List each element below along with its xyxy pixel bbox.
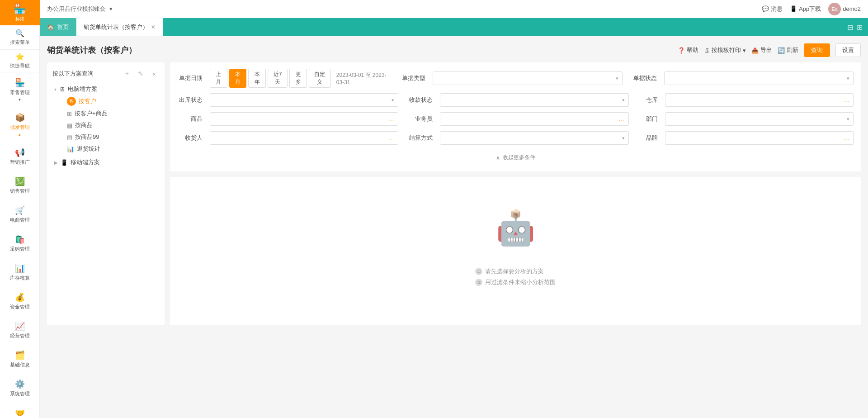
order-status-arrow: ▾ [847,76,849,81]
order-type-arrow: ▾ [616,76,618,81]
scheme-by-goods[interactable]: ▤ 按商品 [58,119,165,131]
collapse-panel-button[interactable]: « [149,69,159,79]
logo-icon: 🏪 [14,3,26,15]
receipt-status-select[interactable]: ▾ [440,93,628,107]
sidebar-item-marketing[interactable]: 📢 营销推广 [0,142,39,171]
brand-select[interactable]: … [665,131,854,145]
out-status-arrow: ▾ [392,97,394,103]
sidebar-logo[interactable]: 🏪 标搭 [0,0,40,25]
date-btn-this-month[interactable]: 本月 [229,69,247,88]
app-download-label: App下载 [799,5,821,13]
sidebar-item-wholesale[interactable]: 📦 批发管理 ▴ [0,107,39,142]
add-scheme-button[interactable]: ＋ [122,69,132,79]
sidebar-item-ecommerce[interactable]: 🛒 电商管理 [0,200,39,229]
collapse-filters-button[interactable]: ∧ 收起更多条件 [177,150,854,165]
date-btn-last-7-days[interactable]: 近7天 [268,69,288,88]
marketing-icon: 📢 [15,147,25,157]
tab-sales-stat[interactable]: 销货单统计表（按客户） ✕ [76,18,163,36]
staff-select[interactable]: … [440,112,628,126]
date-btn-last-month[interactable]: 上月 [210,69,227,88]
user-avatar: Ea [828,3,841,15]
avatar-text: Ea [832,6,838,12]
topbar-breadcrumb: 办公用品行业模拟账套 ▾ [47,5,113,13]
sidebar-item-purchase[interactable]: 🛍️ 采购管理 [0,229,39,258]
order-status-select[interactable]: ▾ [664,71,854,85]
sidebar-item-enterprise[interactable]: 🤝 企业协同 [0,403,39,418]
app-download-button[interactable]: 📱 App下载 [790,5,821,13]
sidebar: 🏪 标搭 🔍 搜索菜单 ⭐ 快捷导航 🏪 零售管理 ▾ 📦 批发管理 ▴ 📢 营… [0,0,40,418]
date-btn-custom[interactable]: 自定义 [309,69,331,88]
return-stat-label: 退货统计 [77,145,100,153]
by-g99-icon: ▤ [67,134,72,141]
settings-button[interactable]: 设置 [835,43,861,57]
sidebar-item-retail[interactable]: 🏪 零售管理 ▾ [0,72,39,107]
order-type-select[interactable]: ▾ [433,71,622,85]
sidebar-item-basic[interactable]: 🗂️ 基础信息 [0,345,39,374]
sales-label: 销售管理 [10,188,30,195]
sidebar-item-finance[interactable]: 💰 资金管理 [0,287,39,316]
date-filter: 上月 本月 本年 近7天 更多 自定义 2023-03-01 至 2023-03… [210,69,391,88]
tab-close-icon[interactable]: ✕ [151,24,156,30]
template-print-label: 按模板打印 [712,46,741,54]
basic-label: 基础信息 [10,361,30,368]
quick-nav-button[interactable]: ⭐ 快捷导航 [10,52,30,69]
help-button[interactable]: ❓ 帮助 [678,46,698,54]
return-icon: 📊 [67,146,74,152]
brand-dots[interactable]: … [843,134,849,142]
goods-label: 商品 [177,115,203,123]
scheme-by-goods-99[interactable]: ▤ 按商品99 [58,131,165,143]
filter-row-2: 出库状态 ▾ 收款状态 ▾ 仓库 … [177,93,854,107]
refresh-button[interactable]: 🔄 刷新 [778,46,798,54]
sidebar-item-stock[interactable]: 📊 库存核算 [0,258,39,287]
left-panel-title: 按以下方案查询 [52,70,94,78]
search-menu-button[interactable]: 🔍 搜索菜单 [10,29,30,46]
consignee-dots[interactable]: … [388,134,394,142]
scheme-by-customer-goods[interactable]: ⊞ 按客户+商品 [58,108,165,119]
main-area: 办公用品行业模拟账套 ▾ 💬 消息 📱 App下载 Ea demo2 🏠 首页 [40,0,868,418]
scheme-by-customer[interactable]: 客 按客户 [58,95,165,108]
purchase-icon: 🛍️ [15,234,25,244]
warehouse-label: 仓库 [636,96,658,104]
goods-select[interactable]: … [210,112,398,126]
goods-dots[interactable]: … [388,115,394,123]
dept-select[interactable]: ▾ [665,112,854,126]
staff-dots[interactable]: … [618,115,625,123]
sidebar-item-operation[interactable]: 📈 经营管理 [0,316,39,345]
phone-icon: 📱 [790,5,797,12]
warehouse-dots[interactable]: … [843,96,849,104]
purchase-label: 采购管理 [10,246,30,252]
edit-scheme-button[interactable]: ✎ [136,69,146,79]
wholesale-arrow: ▴ [19,132,21,137]
sidebar-item-sales[interactable]: 💹 销售管理 [0,171,39,200]
date-btn-this-year[interactable]: 本年 [248,69,266,88]
user-menu[interactable]: Ea demo2 [828,3,861,15]
left-panel: 按以下方案查询 ＋ ✎ « ▾ [47,62,165,325]
consignee-select[interactable]: … [210,131,398,145]
date-btn-more[interactable]: 更多 [289,69,307,88]
sidebar-item-system[interactable]: ⚙️ 系统管理 [0,374,39,403]
tab-home[interactable]: 🏠 首页 [40,18,76,36]
export-button[interactable]: 📤 导出 [751,46,772,54]
settlement-select[interactable]: ▾ [440,131,628,145]
mobile-section-toggle[interactable]: ▶ 📱 移动端方案 [47,157,165,168]
ecommerce-label: 电商管理 [10,217,30,223]
warehouse-select[interactable]: … [665,93,854,107]
breadcrumb-dropdown-icon[interactable]: ▾ [109,5,113,12]
tab-maximize-icon[interactable]: ⊞ [857,23,863,32]
out-status-label: 出库状态 [177,96,203,104]
tab-minimize-icon[interactable]: ⊟ [847,23,853,32]
query-button[interactable]: 查询 [804,43,830,57]
content-row: 按以下方案查询 ＋ ✎ « ▾ [47,62,861,325]
scheme-return-stat[interactable]: 📊 退货统计 [58,143,165,155]
staff-label: 业务员 [406,115,433,123]
by-goods-99-label: 按商品99 [75,133,99,141]
topbar: 办公用品行业模拟账套 ▾ 💬 消息 📱 App下载 Ea demo2 [40,0,868,18]
message-button[interactable]: 💬 消息 [762,5,783,13]
dept-arrow: ▾ [847,116,849,122]
desktop-section-toggle[interactable]: ▾ 🖥 电脑端方案 [47,83,165,95]
out-status-select[interactable]: ▾ [210,93,398,107]
template-print-button[interactable]: 🖨 按模板打印 ▾ [704,46,746,54]
mobile-arrow: ▶ [54,160,58,165]
empty-tips: ① 请先选择要分析的方案 ② 用过滤条件来缩小分析范围 [475,267,556,289]
mobile-section-label: 移动端方案 [71,158,100,166]
